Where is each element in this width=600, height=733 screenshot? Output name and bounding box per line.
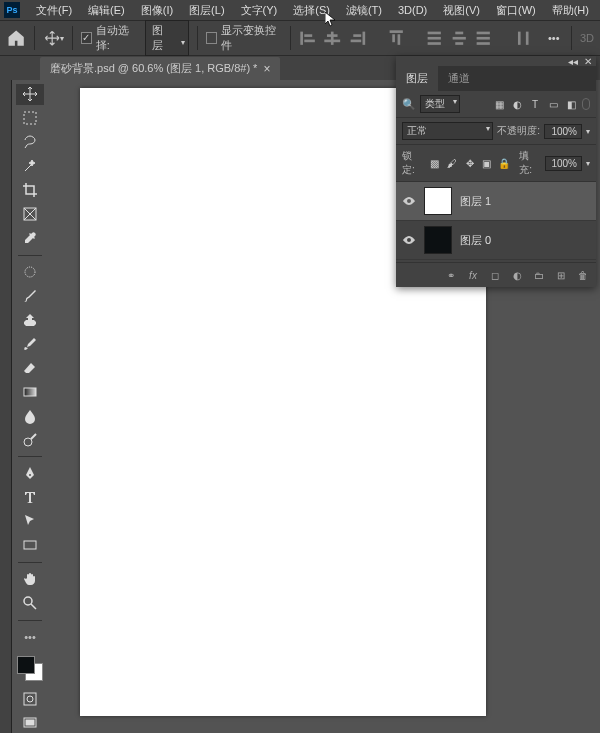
filter-adjust-icon[interactable]: ◐ [510,97,524,111]
align-right-icon[interactable] [348,28,366,48]
filter-smart-icon[interactable]: ◧ [564,97,578,111]
menu-item[interactable]: 图层(L) [181,0,232,20]
clone-stamp-tool[interactable] [16,309,44,330]
svg-rect-30 [24,693,36,705]
layer-thumbnail[interactable] [424,187,452,215]
search-icon: 🔍 [402,98,416,111]
foreground-color-swatch[interactable] [17,656,35,674]
blend-mode-dropdown[interactable]: 正常 [402,122,493,140]
lock-transparency-icon[interactable]: ▩ [428,156,441,170]
type-tool[interactable] [16,487,44,508]
chevron-down-icon[interactable]: ▾ [586,159,590,168]
collapse-panel-icon[interactable]: ◂◂ [568,56,578,66]
home-button[interactable] [6,27,26,49]
layer-name-label[interactable]: 图层 0 [460,233,491,248]
path-selection-tool[interactable] [16,511,44,532]
layer-item[interactable]: 图层 1 [396,182,596,221]
menu-item[interactable]: 窗口(W) [488,0,544,20]
filter-type-dropdown[interactable]: 类型 [420,95,460,113]
menu-item[interactable]: 图像(I) [133,0,181,20]
new-layer-icon[interactable]: ⊞ [554,268,568,282]
lock-all-icon[interactable]: 🔒 [498,156,511,170]
menu-item[interactable]: 视图(V) [435,0,488,20]
align-top-icon[interactable] [387,28,405,48]
close-icon[interactable]: × [263,62,270,76]
show-transform-option[interactable]: 显示变换控件 [206,23,282,53]
marquee-tool[interactable] [16,108,44,129]
divider [72,26,73,50]
align-options-icon[interactable] [514,28,532,48]
menu-item[interactable]: 3D(D) [390,0,435,20]
visibility-icon[interactable] [402,233,416,247]
history-brush-tool[interactable] [16,333,44,354]
svg-rect-33 [26,720,34,725]
layer-mask-icon[interactable]: ◻ [488,268,502,282]
lock-brush-icon[interactable]: 🖌 [445,156,458,170]
svg-rect-8 [350,39,361,42]
eraser-tool[interactable] [16,357,44,378]
auto-select-option[interactable]: ✓ 自动选择: [81,23,139,53]
filter-shape-icon[interactable]: ▭ [546,97,560,111]
color-swatches[interactable] [17,656,43,681]
hand-tool[interactable] [16,569,44,590]
dist-bottom-icon[interactable] [474,28,492,48]
gradient-tool[interactable] [16,381,44,402]
tab-channels[interactable]: 通道 [438,66,480,91]
brush-tool[interactable] [16,285,44,306]
align-left-icon[interactable] [299,28,317,48]
opacity-input[interactable]: 100% [544,124,582,139]
layer-name-label[interactable]: 图层 1 [460,194,491,209]
dist-center-v-icon[interactable] [450,28,468,48]
healing-brush-tool[interactable] [16,262,44,283]
layer-item[interactable]: 图层 0 [396,221,596,260]
frame-tool[interactable] [16,204,44,225]
menu-item[interactable]: 文件(F) [28,0,80,20]
filter-type-icon[interactable]: T [528,97,542,111]
panel-collapse-bar[interactable] [0,80,12,733]
layer-fx-icon[interactable]: fx [466,268,480,282]
svg-rect-6 [362,31,365,44]
menu-item[interactable]: 滤镜(T) [338,0,390,20]
link-layers-icon[interactable]: ⚭ [444,268,458,282]
show-transform-label: 显示变换控件 [221,23,282,53]
filter-toggle-icon[interactable] [582,98,590,110]
lock-artboard-icon[interactable]: ▣ [480,156,493,170]
new-group-icon[interactable]: 🗀 [532,268,546,282]
eyedropper-tool[interactable] [16,228,44,249]
lasso-tool[interactable] [16,132,44,153]
auto-select-target-dropdown[interactable]: 图层 [145,20,189,56]
align-center-h-icon[interactable] [323,28,341,48]
move-tool-icon[interactable]: ▾ [43,27,63,49]
menu-item[interactable]: 编辑(E) [80,0,133,20]
dist-top-icon[interactable] [425,28,443,48]
magic-wand-tool[interactable] [16,156,44,177]
lock-position-icon[interactable]: ✥ [463,156,476,170]
toolbox: ••• [12,80,48,733]
document-tab[interactable]: 磨砂背景.psd @ 60.6% (图层 1, RGB/8#) * × [40,57,280,80]
tab-layers[interactable]: 图层 [396,66,438,91]
zoom-tool[interactable] [16,593,44,614]
blur-tool[interactable] [16,405,44,426]
chevron-down-icon[interactable]: ▾ [586,127,590,136]
menu-item[interactable]: 文字(Y) [233,0,286,20]
crop-tool[interactable] [16,180,44,201]
fill-input[interactable]: 100% [545,156,582,171]
move-tool[interactable] [16,84,44,105]
layer-thumbnail[interactable] [424,226,452,254]
more-options-icon[interactable]: ••• [545,28,563,48]
adjustment-layer-icon[interactable]: ◐ [510,268,524,282]
tool-separator [18,562,42,563]
dodge-tool[interactable] [16,429,44,450]
svg-rect-9 [390,30,403,33]
screen-mode-tool[interactable] [16,712,44,733]
delete-layer-icon[interactable]: 🗑 [576,268,590,282]
close-panel-icon[interactable]: ✕ [584,56,592,66]
visibility-icon[interactable] [402,194,416,208]
rectangle-tool[interactable] [16,535,44,556]
pen-tool[interactable] [16,463,44,484]
quick-mask-tool[interactable] [16,688,44,709]
filter-pixel-icon[interactable]: ▦ [492,97,506,111]
edit-toolbar-icon[interactable]: ••• [16,627,44,648]
menu-item[interactable]: 帮助(H) [544,0,597,20]
svg-rect-19 [477,37,490,40]
